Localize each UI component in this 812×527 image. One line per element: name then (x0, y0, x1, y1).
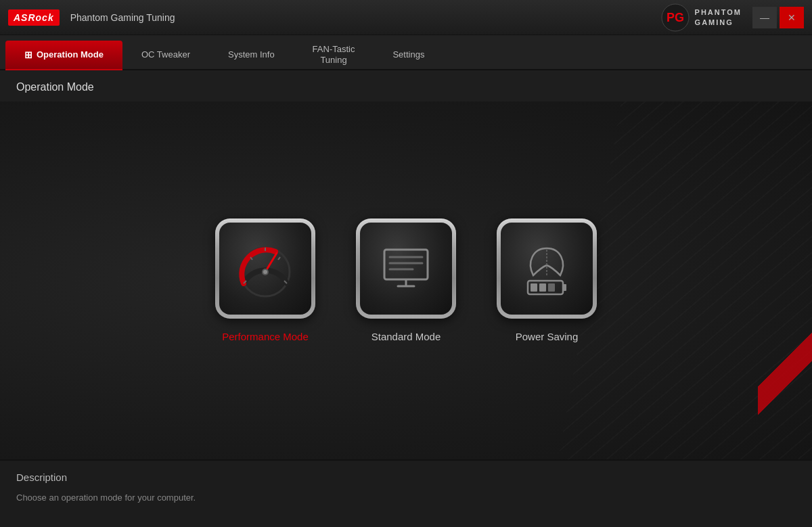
modes-container: Performance Mode (215, 219, 597, 342)
tab-operation-mode-label: Operation Mode (37, 49, 104, 61)
phantom-logo-text: PHANTOMGAMING (695, 7, 742, 27)
svg-text:PG: PG (667, 11, 684, 24)
standard-mode-icon-inner (360, 223, 452, 315)
description-title: Description (16, 472, 796, 483)
section-title: Operation Mode (16, 81, 94, 93)
tab-fan-tastic[interactable]: FAN-Tastic Tuning (294, 41, 374, 69)
standard-mode-card[interactable]: Standard Mode (356, 219, 456, 342)
svg-rect-21 (539, 283, 546, 292)
svg-line-7 (278, 257, 280, 260)
performance-mode-icon-inner (219, 223, 311, 315)
svg-point-10 (263, 270, 267, 274)
tab-settings[interactable]: Settings (374, 41, 443, 69)
svg-rect-20 (531, 283, 537, 292)
leaf-battery-icon (513, 235, 581, 302)
svg-rect-19 (563, 284, 566, 291)
tab-oc-tweaker-label: OC Tweaker (141, 49, 190, 61)
performance-mode-label: Performance Mode (222, 331, 309, 342)
svg-rect-11 (384, 250, 428, 279)
speedometer-icon (231, 235, 299, 302)
tab-system-info[interactable]: System Info (209, 41, 294, 69)
window-controls: — ✕ (752, 7, 804, 28)
section-title-bar: Operation Mode (0, 70, 812, 101)
performance-mode-icon-wrapper (215, 219, 315, 319)
tab-system-info-label: System Info (228, 49, 275, 61)
operation-mode-tab-icon: ⊞ (24, 49, 32, 61)
standard-mode-label: Standard Mode (371, 331, 441, 342)
performance-mode-card[interactable]: Performance Mode (215, 219, 315, 342)
minimize-button[interactable]: — (752, 7, 777, 28)
power-saving-mode-card[interactable]: Power Saving (497, 219, 597, 342)
description-text: Choose an operation mode for your comput… (16, 491, 796, 505)
asrock-logo: ASRock (8, 9, 60, 26)
standard-mode-icon-wrapper (356, 219, 456, 319)
monitor-icon (372, 235, 440, 302)
content-area: Operation Mode (0, 70, 812, 527)
description-area: Description Choose an operation mode for… (0, 459, 812, 527)
close-button[interactable]: ✕ (780, 7, 804, 28)
tab-oc-tweaker[interactable]: OC Tweaker (122, 41, 209, 69)
tab-settings-label: Settings (392, 49, 424, 61)
title-bar: ASRock Phantom Gaming Tuning PG PHANTOMG… (0, 0, 812, 35)
power-saving-mode-icon-wrapper (497, 219, 597, 319)
app-title: Phantom Gaming Tuning (70, 12, 661, 23)
svg-rect-22 (548, 283, 555, 292)
tab-bar: ⊞ Operation Mode OC Tweaker System Info … (0, 35, 812, 70)
power-saving-mode-icon-inner (501, 223, 593, 315)
power-saving-mode-label: Power Saving (516, 331, 579, 342)
tab-fan-tastic-label: FAN-Tastic Tuning (313, 44, 355, 65)
phantom-gaming-icon: PG (661, 3, 690, 32)
tab-operation-mode[interactable]: ⊞ Operation Mode (5, 41, 122, 69)
phantom-logo: PG PHANTOMGAMING (661, 3, 742, 32)
main-panel: Performance Mode (0, 101, 812, 459)
